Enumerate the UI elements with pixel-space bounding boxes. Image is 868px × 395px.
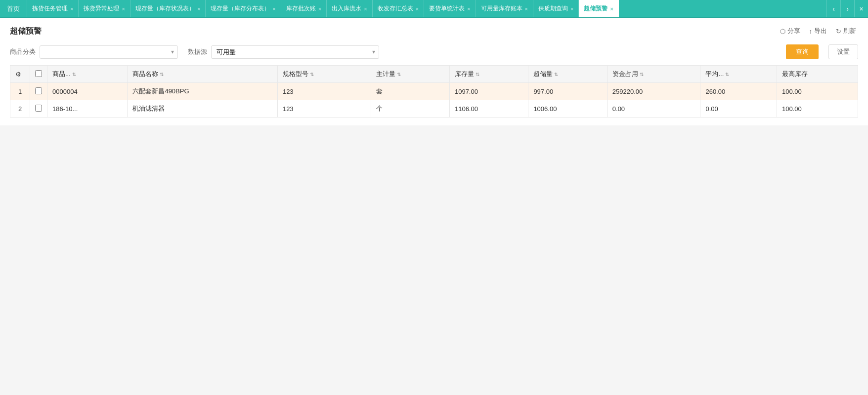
row-avg-1: 0.00 <box>700 100 777 118</box>
refresh-button[interactable]: ↻ 刷新 <box>834 26 858 37</box>
nav-tab-2[interactable]: 拣货异常处理 × <box>79 0 130 18</box>
page-title: 超储预警 <box>10 26 42 37</box>
th-overstock-label: 超储量 <box>533 70 553 79</box>
row-checkbox-1[interactable] <box>30 100 47 118</box>
table-row: 2 186-10... 机油滤清器 123 个 1106.00 1006.00 … <box>10 100 858 118</box>
nav-tab-10[interactable]: 保质期查询 × <box>533 0 579 18</box>
page-content: 超储预警 ⬡ 分享 ↑ 导出 ↻ 刷新 商品分类 <box>0 18 868 125</box>
sort-icon-product-code: ⇅ <box>72 72 76 77</box>
row-product-code-1: 186-10... <box>47 100 128 118</box>
nav-tab-6[interactable]: 出入库流水 × <box>327 0 372 18</box>
category-select-wrapper <box>40 45 178 59</box>
filter-datasource: 数据源 可用量 <box>188 45 379 59</box>
query-button[interactable]: 查询 <box>786 44 819 59</box>
row-spec-1: 123 <box>277 100 371 118</box>
nav-close-btn[interactable]: × <box>854 0 868 18</box>
nav-tab-close-2[interactable]: × <box>122 6 125 12</box>
sort-icon-stock: ⇅ <box>476 72 479 77</box>
sort-icon-unit: ⇅ <box>397 72 401 77</box>
top-nav: 首页 拣货任务管理 × 拣货异常处理 × 现存量（库存状况表） × 现存量（库存… <box>0 0 868 18</box>
nav-next-btn[interactable]: › <box>840 0 854 18</box>
th-avg[interactable]: 平均... ⇅ <box>700 66 777 83</box>
th-unit-label: 主计量 <box>376 70 395 79</box>
sort-icon-capital: ⇅ <box>640 72 644 77</box>
nav-tab-7[interactable]: 收发存汇总表 × <box>373 0 424 18</box>
table-row: 1 0000004 六配套新昌490BPG 123 套 1097.00 997.… <box>10 83 858 100</box>
datasource-select[interactable]: 可用量 <box>211 45 379 59</box>
th-unit[interactable]: 主计量 ⇅ <box>371 66 449 83</box>
category-select[interactable] <box>40 45 178 59</box>
row-check-1[interactable] <box>35 105 42 112</box>
row-stock-1: 1106.00 <box>449 100 528 118</box>
nav-tab-close-9[interactable]: × <box>525 6 528 12</box>
nav-tab-8[interactable]: 要货单统计表 × <box>424 0 476 18</box>
th-stock[interactable]: 库存量 ⇅ <box>449 66 528 83</box>
share-label: 分享 <box>787 27 800 36</box>
nav-prev-btn[interactable]: ‹ <box>826 0 840 18</box>
nav-tab-label-7: 收发存汇总表 <box>378 4 413 13</box>
export-button[interactable]: ↑ 导出 <box>807 26 829 37</box>
select-all-checkbox[interactable] <box>35 70 42 77</box>
nav-tab-close-11[interactable]: × <box>610 6 613 12</box>
nav-tab-label-4: 现存量（库存分布表） <box>211 4 270 13</box>
row-capital-0: 259220.00 <box>607 83 700 100</box>
refresh-icon: ↻ <box>836 28 841 35</box>
sort-icon-spec: ⇅ <box>310 72 314 77</box>
nav-tab-1[interactable]: 拣货任务管理 × <box>27 0 79 18</box>
nav-tab-label-10: 保质期查询 <box>538 4 568 13</box>
nav-home[interactable]: 首页 <box>0 0 27 18</box>
nav-tab-close-10[interactable]: × <box>570 6 573 12</box>
row-avg-0: 260.00 <box>700 83 777 100</box>
th-spec[interactable]: 规格型号 ⇅ <box>277 66 371 83</box>
row-product-code-0: 0000004 <box>47 83 128 100</box>
export-label: 导出 <box>814 27 827 36</box>
th-product-name-label: 商品名称 <box>132 70 158 79</box>
nav-tab-11[interactable]: 超储预警 × <box>579 0 618 18</box>
row-capital-1: 0.00 <box>607 100 700 118</box>
row-max-stock-1: 100.00 <box>777 100 858 118</box>
row-check-0[interactable] <box>35 87 42 94</box>
datasource-label: 数据源 <box>188 47 207 56</box>
nav-tab-5[interactable]: 库存批次账 × <box>281 0 327 18</box>
row-product-name-0: 六配套新昌490BPG <box>128 83 278 100</box>
share-icon: ⬡ <box>780 28 785 35</box>
nav-tab-label-5: 库存批次账 <box>286 4 316 13</box>
row-product-name-1: 机油滤清器 <box>128 100 278 118</box>
th-gear[interactable]: ⚙ <box>10 66 30 83</box>
th-product-code[interactable]: 商品... ⇅ <box>47 66 128 83</box>
filter-row: 商品分类 数据源 可用量 查询 设置 <box>10 44 858 59</box>
nav-tab-close-3[interactable]: × <box>197 6 200 12</box>
refresh-label: 刷新 <box>843 27 856 36</box>
nav-tab-close-8[interactable]: × <box>467 6 470 12</box>
nav-tab-close-7[interactable]: × <box>416 6 419 12</box>
nav-tab-close-6[interactable]: × <box>364 6 367 12</box>
th-capital[interactable]: 资金占用 ⇅ <box>607 66 700 83</box>
row-checkbox-0[interactable] <box>30 83 47 100</box>
row-max-stock-0: 100.00 <box>777 83 858 100</box>
th-product-name[interactable]: 商品名称 ⇅ <box>128 66 278 83</box>
th-checkbox[interactable] <box>30 66 47 83</box>
th-product-code-label: 商品... <box>52 70 71 79</box>
nav-tab-close-1[interactable]: × <box>70 6 73 12</box>
nav-tab-close-4[interactable]: × <box>272 6 275 12</box>
data-table: ⚙ 商品... ⇅ 商品名称 ⇅ <box>10 65 858 118</box>
nav-tab-4[interactable]: 现存量（库存分布表） × <box>206 0 281 18</box>
nav-tab-9[interactable]: 可用量库存账本 × <box>476 0 533 18</box>
nav-tab-label-8: 要货单统计表 <box>429 4 465 13</box>
row-unit-0: 套 <box>371 83 449 100</box>
nav-tab-3[interactable]: 现存量（库存状况表） × <box>130 0 206 18</box>
share-button[interactable]: ⬡ 分享 <box>778 26 802 37</box>
settings-button[interactable]: 设置 <box>828 44 858 59</box>
th-max-stock-label: 最高库存 <box>782 70 808 79</box>
nav-tab-label-3: 现存量（库存状况表） <box>135 4 195 13</box>
th-capital-label: 资金占用 <box>612 70 638 79</box>
nav-tab-label-6: 出入库流水 <box>332 4 361 13</box>
datasource-select-wrapper: 可用量 <box>211 45 379 59</box>
row-overstock-1: 1006.00 <box>528 100 607 118</box>
nav-tab-label-2: 拣货异常处理 <box>84 4 119 13</box>
th-max-stock[interactable]: 最高库存 <box>777 66 858 83</box>
sort-icon-overstock: ⇅ <box>554 72 558 77</box>
nav-tab-close-5[interactable]: × <box>318 6 321 12</box>
th-overstock[interactable]: 超储量 ⇅ <box>528 66 607 83</box>
sort-icon-avg: ⇅ <box>725 72 729 77</box>
